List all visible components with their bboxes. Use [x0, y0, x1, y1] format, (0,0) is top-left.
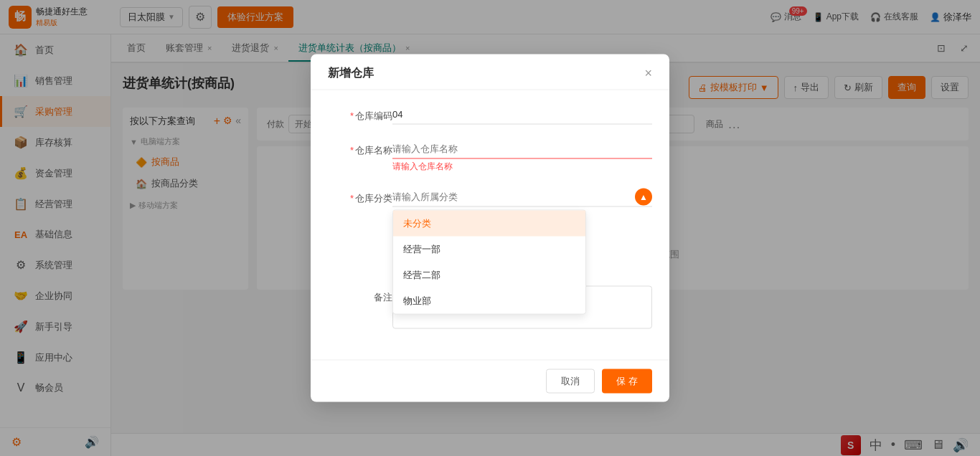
dropdown-item-unclassified[interactable]: 未分类 — [393, 211, 585, 237]
code-field-wrap — [392, 105, 652, 125]
category-field-wrap: ▲ 未分类 经营一部 经营二部 物业部 — [392, 187, 652, 207]
form-row-code: 仓库编码 — [328, 105, 652, 125]
dropdown-item-property[interactable]: 物业部 — [393, 288, 585, 314]
category-label: 仓库分类 — [328, 187, 392, 205]
modal-body: 仓库编码 仓库名称 请输入仓库名称 仓库分类 ▲ 未分类 经营一部 — [311, 90, 669, 360]
name-error-msg: 请输入仓库名称 — [392, 161, 652, 173]
cancel-button[interactable]: 取消 — [546, 369, 595, 394]
warehouse-name-input[interactable] — [392, 139, 652, 159]
category-dropdown-toggle[interactable]: ▲ — [635, 189, 652, 206]
note-label: 备注 — [328, 286, 392, 304]
dropdown-item-dept2[interactable]: 经营二部 — [393, 262, 585, 288]
modal-footer: 取消 保 存 — [311, 360, 669, 402]
name-label: 仓库名称 — [328, 139, 392, 157]
warehouse-category-input[interactable] — [392, 187, 652, 207]
dropdown-item-dept1[interactable]: 经营一部 — [393, 237, 585, 262]
form-row-category: 仓库分类 ▲ 未分类 经营一部 经营二部 物业部 — [328, 187, 652, 207]
name-field-wrap: 请输入仓库名称 — [392, 139, 652, 173]
code-label: 仓库编码 — [328, 105, 392, 123]
modal-header: 新增仓库 × — [311, 54, 669, 90]
modal-title: 新增仓库 — [328, 66, 374, 81]
category-dropdown: 未分类 经营一部 经营二部 物业部 — [392, 210, 586, 315]
add-warehouse-modal: 新增仓库 × 仓库编码 仓库名称 请输入仓库名称 仓库分类 ▲ — [311, 54, 669, 402]
warehouse-code-input[interactable] — [392, 105, 652, 125]
modal-close-button[interactable]: × — [644, 66, 652, 81]
save-button[interactable]: 保 存 — [602, 369, 652, 394]
form-row-name: 仓库名称 请输入仓库名称 — [328, 139, 652, 173]
